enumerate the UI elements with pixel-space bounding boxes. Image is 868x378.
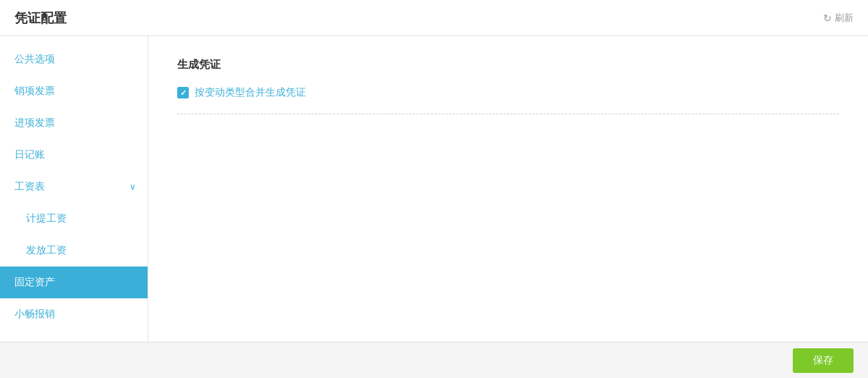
section-divider	[177, 114, 839, 114]
sidebar-item-pay-salary[interactable]: 发放工资	[0, 235, 148, 266]
page-footer: 保存	[0, 342, 868, 378]
sidebar-item-sales-invoice[interactable]: 销项发票	[0, 75, 148, 107]
sidebar-item-public[interactable]: 公共选项	[0, 43, 148, 75]
chevron-down-icon: ∨	[129, 182, 136, 192]
sidebar-item-label: 发放工资	[26, 244, 67, 257]
sidebar-item-label: 日记账	[14, 148, 45, 161]
sidebar-item-label: 公共选项	[14, 53, 55, 66]
main-layout: 公共选项 销项发票 进项发票 日记账 工资表 ∨ 计提工资 发放工资 固定资产 …	[0, 36, 868, 342]
sidebar-item-label: 固定资产	[14, 276, 55, 289]
refresh-icon: ↻	[823, 12, 832, 24]
refresh-label: 刷新	[835, 12, 854, 25]
sidebar-item-fixed-assets[interactable]: 固定资产	[0, 266, 148, 298]
page-title: 凭证配置	[14, 9, 67, 27]
section-title: 生成凭证	[177, 58, 839, 72]
save-button[interactable]: 保存	[793, 348, 854, 373]
refresh-button[interactable]: ↻ 刷新	[823, 12, 854, 25]
content-area: 生成凭证 按变动类型合并生成凭证	[148, 36, 868, 342]
sidebar-item-expense[interactable]: 小畅报销	[0, 298, 148, 330]
sidebar-item-label: 小畅报销	[14, 308, 55, 321]
sidebar-item-journal[interactable]: 日记账	[0, 139, 148, 171]
sidebar-item-payroll[interactable]: 工资表 ∨	[0, 171, 148, 203]
sidebar-item-label: 进项发票	[14, 117, 55, 130]
sidebar-item-label: 计提工资	[26, 212, 67, 225]
sidebar: 公共选项 销项发票 进项发票 日记账 工资表 ∨ 计提工资 发放工资 固定资产 …	[0, 36, 148, 342]
sidebar-item-purchase-invoice[interactable]: 进项发票	[0, 107, 148, 139]
sidebar-item-calc-salary[interactable]: 计提工资	[0, 203, 148, 235]
checkbox-row: 按变动类型合并生成凭证	[177, 86, 839, 99]
page-header: 凭证配置 ↻ 刷新	[0, 0, 868, 36]
merge-voucher-checkbox[interactable]	[177, 87, 189, 98]
sidebar-item-label: 销项发票	[14, 85, 55, 98]
checkbox-label[interactable]: 按变动类型合并生成凭证	[195, 86, 306, 99]
sidebar-item-label: 工资表	[14, 180, 45, 193]
